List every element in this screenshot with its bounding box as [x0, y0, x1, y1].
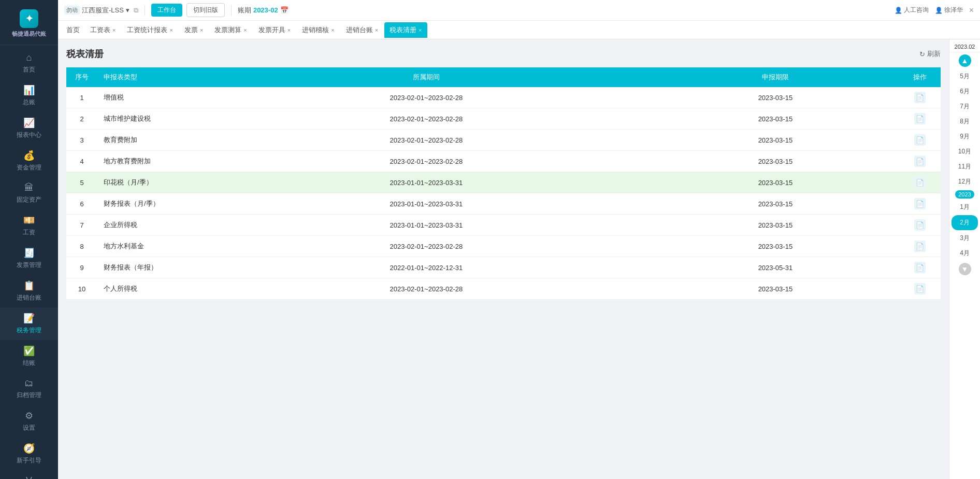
tab-invoice-calc[interactable]: 发票测算 ×	[209, 22, 252, 38]
tax-table: 序号 申报表类型 所属期间 申报期限 操作 1增值税2023-02-01~202…	[66, 67, 941, 300]
content-main: 税表清册 ↻ 刷新 序号 申报表类型 所属期间 申报期限 操作	[58, 39, 949, 479]
tab-label: 进销稽核	[302, 25, 329, 35]
period-prev-button[interactable]: ▲	[959, 54, 971, 67]
action-view-icon[interactable]: 📄	[914, 241, 926, 252]
period-month-12[interactable]: 12月	[949, 174, 980, 189]
sidebar-item-archive-mgmt[interactable]: 🗂 归档管理	[0, 373, 58, 405]
period-month-1[interactable]: 1月	[949, 200, 980, 215]
action-view-icon[interactable]: 📄	[914, 92, 926, 103]
cell-period: 2023-02-01~2023-02-28	[201, 236, 652, 257]
calendar-icon[interactable]: 📅	[280, 6, 289, 14]
user-avatar-icon: 👤	[935, 7, 943, 14]
tab-sales-ledger[interactable]: 进销台账 ×	[341, 22, 383, 38]
action-view-icon[interactable]: 📄	[914, 198, 926, 209]
action-view-icon[interactable]: 📄	[914, 283, 926, 294]
topbar-close-icon[interactable]: ×	[969, 6, 974, 15]
invoice-icon: 🧾	[23, 247, 35, 259]
action-view-icon[interactable]: 📄	[914, 219, 926, 231]
cell-period: 2023-01-01~2023-03-31	[201, 172, 652, 193]
cell-action: 📄	[899, 130, 941, 151]
workbench-button[interactable]: 工作台	[151, 4, 182, 17]
cell-deadline: 2023-03-15	[652, 130, 899, 151]
sidebar-item-new-guide[interactable]: 🧭 新手引导	[0, 438, 58, 470]
cell-no: 10	[66, 278, 97, 300]
sidebar-item-label: 报表中心	[17, 131, 41, 139]
topbar-copy-icon[interactable]: ⧉	[134, 6, 138, 15]
action-view-icon[interactable]: 📄	[914, 134, 926, 146]
refresh-label: 刷新	[927, 49, 941, 59]
action-view-icon[interactable]: 📄	[914, 113, 926, 124]
sidebar-item-settlement[interactable]: ✅ 结账	[0, 340, 58, 373]
cell-period: 2023-02-01~2023-02-28	[201, 87, 652, 108]
table-header-row: 序号 申报表类型 所属期间 申报期限 操作	[66, 67, 941, 87]
user-profile[interactable]: 👤 徐泽华	[935, 6, 963, 15]
action-view-icon[interactable]: 📄	[914, 177, 926, 188]
period-month-9[interactable]: 9月	[949, 129, 980, 144]
sidebar-item-label: 税务管理	[17, 326, 41, 335]
user-name: 徐泽华	[944, 6, 963, 15]
tab-invoice-open[interactable]: 发票开具 ×	[253, 22, 296, 38]
cell-action: 📄	[899, 193, 941, 215]
company-selector[interactable]: 勿动 江西服宣-LSS ▾	[64, 6, 129, 15]
tab-tax-clearance[interactable]: 税表清册 ×	[384, 22, 427, 38]
sidebar-item-fixed-assets[interactable]: 🏛 固定资产	[0, 177, 58, 209]
sidebar-item-fund-mgmt[interactable]: 💰 资金管理	[0, 145, 58, 177]
cell-type: 印花税（月/季）	[97, 172, 201, 193]
tab-close-icon[interactable]: ×	[419, 27, 422, 33]
sidebar-item-general-ledger[interactable]: 📊 总账	[0, 79, 58, 112]
tab-close-icon[interactable]: ×	[200, 27, 203, 33]
cell-deadline: 2023-03-15	[652, 215, 899, 236]
cell-period: 2023-02-01~2023-02-28	[201, 108, 652, 130]
period-month-10[interactable]: 10月	[949, 144, 980, 159]
tab-invoice[interactable]: 发票 ×	[179, 22, 208, 38]
period-month-4[interactable]: 4月	[949, 246, 980, 261]
sidebar-item-invoice-mgmt[interactable]: 🧾 发票管理	[0, 242, 58, 275]
tab-close-icon[interactable]: ×	[112, 27, 116, 33]
switch-old-button[interactable]: 切到旧版	[186, 3, 225, 17]
tab-label: 工资表	[90, 25, 110, 35]
sidebar-item-vip[interactable]: V 畅会员	[0, 470, 58, 479]
tab-close-icon[interactable]: ×	[243, 27, 247, 33]
tab-close-icon[interactable]: ×	[287, 27, 291, 33]
sidebar-item-salary[interactable]: 💴 工资	[0, 209, 58, 242]
sidebar-item-tax-mgmt[interactable]: 📝 税务管理	[0, 307, 58, 340]
period-next-button[interactable]: ▼	[959, 263, 971, 275]
human-consult-button[interactable]: 👤 人工咨询	[895, 6, 929, 15]
period-sidebar: 2023.02 ▲ 5月 6月 7月 8月 9月 10月 11月 12月 202…	[949, 39, 980, 479]
company-dropdown-icon: ▾	[126, 6, 129, 14]
period-month-8[interactable]: 8月	[949, 114, 980, 129]
tab-sales-check[interactable]: 进销稽核 ×	[297, 22, 339, 38]
period-month-6[interactable]: 6月	[949, 84, 980, 99]
cell-no: 7	[66, 215, 97, 236]
action-view-icon[interactable]: 📄	[914, 262, 926, 273]
tab-close-icon[interactable]: ×	[331, 27, 334, 33]
sidebar-item-label: 新手引导	[17, 456, 41, 465]
tab-home[interactable]: 首页	[62, 22, 84, 38]
table-row: 7企业所得税2023-01-01~2023-03-312023-03-15📄	[66, 215, 941, 236]
period-month-5[interactable]: 5月	[949, 69, 980, 84]
period-month-7[interactable]: 7月	[949, 99, 980, 114]
cell-type: 增值税	[97, 87, 201, 108]
period-month-11[interactable]: 11月	[949, 159, 980, 174]
cell-deadline: 2023-03-15	[652, 87, 899, 108]
sidebar-item-sales-ledger[interactable]: 📋 进销台账	[0, 275, 58, 307]
sidebar-item-label: 工资	[23, 228, 35, 237]
sidebar-item-settings[interactable]: ⚙ 设置	[0, 405, 58, 438]
sidebar-item-report-center[interactable]: 📈 报表中心	[0, 112, 58, 145]
tab-home-label: 首页	[66, 25, 80, 35]
tab-salary-stats[interactable]: 工资统计报表 ×	[122, 22, 178, 38]
period-month-2-active[interactable]: 2月	[952, 215, 978, 230]
refresh-button[interactable]: ↻ 刷新	[919, 49, 941, 59]
company-tag: 勿动	[64, 6, 80, 15]
sidebar-item-home[interactable]: ⌂ 首页	[0, 47, 58, 79]
tab-close-icon[interactable]: ×	[169, 27, 172, 33]
period-month-3[interactable]: 3月	[949, 231, 980, 246]
table-row: 6财务报表（月/季）2023-01-01~2023-03-312023-03-1…	[66, 193, 941, 215]
cell-deadline: 2023-03-15	[652, 108, 899, 130]
cell-period: 2023-02-01~2023-02-28	[201, 151, 652, 172]
cell-action: 📄	[899, 278, 941, 300]
tab-close-icon[interactable]: ×	[375, 27, 378, 33]
sidebar-item-label: 总账	[23, 98, 35, 107]
tab-salary-table[interactable]: 工资表 ×	[85, 22, 121, 38]
action-view-icon[interactable]: 📄	[914, 156, 926, 167]
